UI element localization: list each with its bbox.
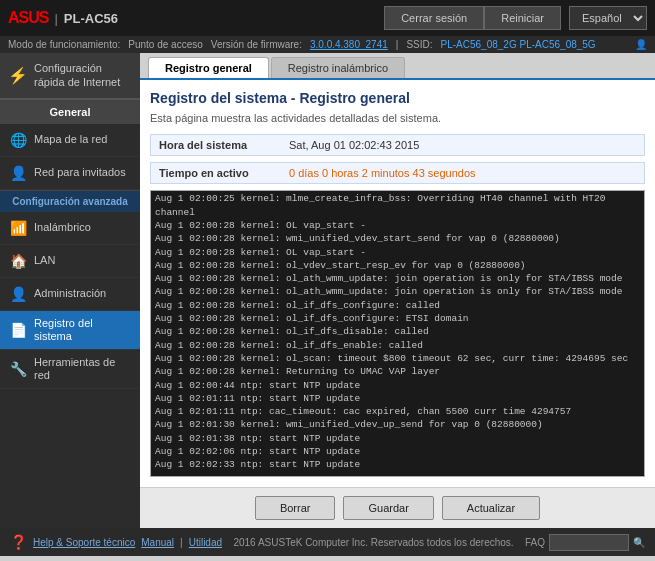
quick-setup-item[interactable]: ⚡ Configuración rápida de Internet [0, 53, 140, 99]
admin-icon: 👤 [8, 284, 28, 304]
model-name: PL-AC56 [64, 11, 118, 26]
footer-search-input[interactable] [549, 534, 629, 551]
mode-label: Modo de funcionamiento: [8, 39, 120, 50]
actualizar-button[interactable]: Actualizar [442, 496, 540, 520]
user-icon: 👤 [635, 39, 647, 50]
log-line: Aug 1 02:00:28 kernel: ol_if_dfs_configu… [155, 299, 640, 312]
guardar-button[interactable]: Guardar [343, 496, 433, 520]
main-layout: ⚡ Configuración rápida de Internet Gener… [0, 53, 655, 528]
uptime-row: Tiempo en activo 0 días 0 horas 2 minuto… [150, 162, 645, 184]
infobar-right: 👤 [635, 39, 647, 50]
footer-sep: | [180, 537, 183, 548]
log-line: Aug 1 02:00:28 kernel: ol_vdev_start_res… [155, 259, 640, 272]
log-line: Aug 1 02:02:33 ntp: start NTP update [155, 458, 640, 471]
log-line: Aug 1 02:01:11 ntp: cac_timeout: cac exp… [155, 405, 640, 418]
log-line: Aug 1 02:00:44 ntp: start NTP update [155, 379, 640, 392]
system-time-row: Hora del sistema Sat, Aug 01 02:02:43 20… [150, 134, 645, 156]
log-line: Aug 1 02:01:38 ntp: start NTP update [155, 432, 640, 445]
log-line: Aug 1 02:00:28 kernel: ol_ath_wmm_update… [155, 285, 640, 298]
logout-button[interactable]: Cerrar sesión [384, 6, 484, 30]
header: ASUS | PL-AC56 Cerrar sesión Reiniciar E… [0, 0, 655, 36]
network-map-label: Mapa de la red [34, 133, 107, 146]
restart-button[interactable]: Reiniciar [484, 6, 561, 30]
tabs-bar: Registro general Registro inalámbrico [140, 53, 655, 80]
log-line: Aug 1 02:01:11 ntp: start NTP update [155, 392, 640, 405]
uptime-value: 0 días 0 horas 2 minutos 43 segundos [289, 167, 476, 179]
log-line: Aug 1 02:01:30 kernel: wmi_unified_vdev_… [155, 418, 640, 431]
faq-label: FAQ [525, 537, 545, 548]
log-line: Aug 1 02:00:28 kernel: Returning to UMAC… [155, 365, 640, 378]
sidebar-item-lan[interactable]: 🏠 LAN [0, 245, 140, 278]
infobar-separator: | [396, 39, 399, 50]
footer-right: FAQ 🔍 [525, 534, 645, 551]
lan-icon: 🏠 [8, 251, 28, 271]
uptime-label: Tiempo en activo [159, 167, 289, 179]
asus-logo: ASUS [8, 9, 48, 27]
lan-label: LAN [34, 254, 55, 267]
logo-area: ASUS | PL-AC56 [8, 9, 118, 27]
system-log-icon: 📄 [8, 320, 28, 340]
admin-label: Administración [34, 287, 106, 300]
log-line: Aug 1 02:00:28 kernel: ol_ath_wmm_update… [155, 272, 640, 285]
log-line: Aug 1 02:02:06 ntp: start NTP update [155, 445, 640, 458]
advanced-section: Configuración avanzada [0, 190, 140, 212]
page-content: Registro del sistema - Registro general … [140, 80, 655, 487]
log-line: Aug 1 02:00:28 kernel: ol_if_dfs_enable:… [155, 339, 640, 352]
guest-network-label: Red para invitados [34, 166, 126, 179]
network-tools-label: Herramientas de red [34, 356, 132, 382]
wireless-icon: 📶 [8, 218, 28, 238]
sidebar-item-network-tools[interactable]: 🔧 Herramientas de red [0, 350, 140, 389]
ssid-label: SSID: [406, 39, 432, 50]
system-time-value: Sat, Aug 01 02:02:43 2015 [289, 139, 419, 151]
log-line: Aug 1 02:00:28 kernel: OL vap_start - [155, 246, 640, 259]
content-area: Registro general Registro inalámbrico Re… [140, 53, 655, 528]
page-title: Registro del sistema - Registro general [150, 90, 645, 106]
network-map-icon: 🌐 [8, 130, 28, 150]
footer-left: ❓ Help & Soporte técnico Manual | Utilid… [10, 534, 222, 550]
borrar-button[interactable]: Borrar [255, 496, 336, 520]
log-line: Aug 1 02:00:28 kernel: ol_scan: timeout … [155, 352, 640, 365]
footer: ❓ Help & Soporte técnico Manual | Utilid… [0, 528, 655, 556]
quick-setup-label: Configuración rápida de Internet [34, 61, 120, 90]
sidebar-item-administration[interactable]: 👤 Administración [0, 278, 140, 311]
log-line: Aug 1 02:00:28 kernel: OL vap_start - [155, 219, 640, 232]
header-buttons: Cerrar sesión Reiniciar Español [384, 6, 647, 30]
quick-setup-icon: ⚡ [8, 66, 28, 85]
sidebar: ⚡ Configuración rápida de Internet Gener… [0, 53, 140, 528]
tab-general-log[interactable]: Registro general [148, 57, 269, 78]
sidebar-item-guest-network[interactable]: 👤 Red para invitados [0, 157, 140, 190]
log-line: Aug 1 02:00:28 kernel: wmi_unified_vdev_… [155, 232, 640, 245]
general-section[interactable]: General [0, 99, 140, 124]
language-select[interactable]: Español [569, 6, 647, 30]
footer-copyright: 2016 ASUSTeK Computer Inc. Reservados to… [222, 537, 525, 548]
mode-value: Punto de acceso [128, 39, 203, 50]
log-line: Aug 1 02:00:25 kernel: mlme_create_infra… [155, 192, 640, 219]
log-line: Aug 1 02:00:28 kernel: ol_if_dfs_disable… [155, 325, 640, 338]
info-bar: Modo de funcionamiento: Punto de acceso … [0, 36, 655, 53]
sidebar-item-wireless[interactable]: 📶 Inalámbrico [0, 212, 140, 245]
sidebar-item-system-log[interactable]: 📄 Registro del sistema [0, 311, 140, 350]
search-icon[interactable]: 🔍 [633, 537, 645, 548]
system-time-label: Hora del sistema [159, 139, 289, 151]
tab-wireless-log[interactable]: Registro inalámbrico [271, 57, 405, 78]
firmware-label: Versión de firmware: [211, 39, 302, 50]
system-log-label: Registro del sistema [34, 317, 132, 343]
firmware-value[interactable]: 3.0.0.4.380_2741 [310, 39, 388, 50]
page-desc: Esta página muestra las actividades deta… [150, 112, 645, 124]
utility-link[interactable]: Utilidad [189, 537, 222, 548]
sidebar-item-network-map[interactable]: 🌐 Mapa de la red [0, 124, 140, 157]
network-tools-icon: 🔧 [8, 359, 28, 379]
help-support-link[interactable]: Help & Soporte técnico [33, 537, 135, 548]
logo-divider: | [54, 11, 57, 26]
log-line: Aug 1 02:00:28 kernel: ol_if_dfs_configu… [155, 312, 640, 325]
bottom-buttons: Borrar Guardar Actualizar [140, 487, 655, 528]
ssid-value: PL-AC56_08_2G PL-AC56_08_5G [441, 39, 596, 50]
guest-network-icon: 👤 [8, 163, 28, 183]
help-icon: ❓ [10, 534, 27, 550]
log-container[interactable]: Aug 1 02:00:23 kernel: wmi_unified_vdev_… [150, 190, 645, 477]
manual-link[interactable]: Manual [141, 537, 174, 548]
wireless-label: Inalámbrico [34, 221, 91, 234]
